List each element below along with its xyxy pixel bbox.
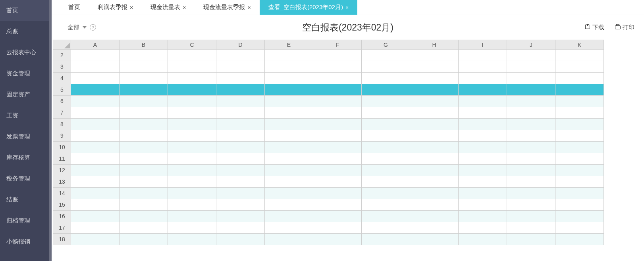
close-icon[interactable]: ×	[130, 4, 133, 11]
cell-H7[interactable]	[410, 107, 459, 119]
cell-C16[interactable]	[168, 211, 216, 222]
cell-H8[interactable]	[410, 119, 459, 130]
cell-A2[interactable]	[71, 50, 120, 61]
cell-H14[interactable]	[410, 188, 459, 199]
cell-K15[interactable]	[555, 199, 604, 211]
cell-C12[interactable]	[168, 165, 216, 176]
cell-K10[interactable]	[555, 142, 604, 153]
cell-E2[interactable]	[265, 50, 313, 61]
cell-F11[interactable]	[313, 153, 362, 165]
cell-F7[interactable]	[313, 107, 362, 119]
cell-A9[interactable]	[71, 130, 120, 142]
sidebar-item-7[interactable]: 库存核算	[0, 147, 52, 168]
cell-A6[interactable]	[71, 96, 120, 107]
cell-A18[interactable]	[71, 234, 120, 245]
cell-K9[interactable]	[555, 130, 604, 142]
cell-E12[interactable]	[265, 165, 313, 176]
cell-F4[interactable]	[313, 73, 362, 84]
cell-K5[interactable]	[555, 84, 604, 96]
cell-G15[interactable]	[362, 199, 410, 211]
cell-B9[interactable]	[120, 130, 168, 142]
tab-3[interactable]: 现金流量表季报×	[195, 0, 259, 15]
cell-J5[interactable]	[507, 84, 555, 96]
row-header-8[interactable]: 8	[53, 119, 71, 130]
close-icon[interactable]: ×	[247, 4, 251, 11]
cell-H17[interactable]	[410, 222, 459, 234]
cell-E5[interactable]	[265, 84, 313, 96]
cell-F12[interactable]	[313, 165, 362, 176]
cell-F3[interactable]	[313, 61, 362, 73]
cell-E11[interactable]	[265, 153, 313, 165]
sidebar-item-3[interactable]: 资金管理	[0, 63, 52, 84]
cell-I2[interactable]	[459, 50, 507, 61]
cell-J15[interactable]	[507, 199, 555, 211]
cell-J17[interactable]	[507, 222, 555, 234]
cell-E7[interactable]	[265, 107, 313, 119]
cell-I15[interactable]	[459, 199, 507, 211]
cell-G14[interactable]	[362, 188, 410, 199]
column-header-B[interactable]: B	[120, 40, 168, 50]
cell-F8[interactable]	[313, 119, 362, 130]
cell-G7[interactable]	[362, 107, 410, 119]
row-header-15[interactable]: 15	[53, 199, 71, 211]
cell-G12[interactable]	[362, 165, 410, 176]
cell-A7[interactable]	[71, 107, 120, 119]
row-header-10[interactable]: 10	[53, 142, 71, 153]
cell-K13[interactable]	[555, 176, 604, 188]
column-header-J[interactable]: J	[507, 40, 555, 50]
cell-G18[interactable]	[362, 234, 410, 245]
cell-D5[interactable]	[216, 84, 265, 96]
cell-D13[interactable]	[216, 176, 265, 188]
cell-D3[interactable]	[216, 61, 265, 73]
cell-F10[interactable]	[313, 142, 362, 153]
cell-J13[interactable]	[507, 176, 555, 188]
cell-F16[interactable]	[313, 211, 362, 222]
row-header-18[interactable]: 18	[53, 234, 71, 245]
cell-B6[interactable]	[120, 96, 168, 107]
cell-D11[interactable]	[216, 153, 265, 165]
row-header-7[interactable]: 7	[53, 107, 71, 119]
cell-H4[interactable]	[410, 73, 459, 84]
row-header-2[interactable]: 2	[53, 50, 71, 61]
cell-B15[interactable]	[120, 199, 168, 211]
row-header-13[interactable]: 13	[53, 176, 71, 188]
sidebar-item-6[interactable]: 发票管理	[0, 126, 52, 147]
cell-A5[interactable]	[71, 84, 120, 96]
cell-F15[interactable]	[313, 199, 362, 211]
cell-A12[interactable]	[71, 165, 120, 176]
cell-E9[interactable]	[265, 130, 313, 142]
cell-B16[interactable]	[120, 211, 168, 222]
row-header-4[interactable]: 4	[53, 73, 71, 84]
cell-H5[interactable]	[410, 84, 459, 96]
cell-B13[interactable]	[120, 176, 168, 188]
cell-D14[interactable]	[216, 188, 265, 199]
cell-J2[interactable]	[507, 50, 555, 61]
cell-I7[interactable]	[459, 107, 507, 119]
cell-F6[interactable]	[313, 96, 362, 107]
cell-C9[interactable]	[168, 130, 216, 142]
cell-F17[interactable]	[313, 222, 362, 234]
cell-E14[interactable]	[265, 188, 313, 199]
cell-H10[interactable]	[410, 142, 459, 153]
cell-A10[interactable]	[71, 142, 120, 153]
cell-H12[interactable]	[410, 165, 459, 176]
cell-J7[interactable]	[507, 107, 555, 119]
cell-J18[interactable]	[507, 234, 555, 245]
cell-F5[interactable]	[313, 84, 362, 96]
cell-G6[interactable]	[362, 96, 410, 107]
cell-H16[interactable]	[410, 211, 459, 222]
cell-J3[interactable]	[507, 61, 555, 73]
cell-C7[interactable]	[168, 107, 216, 119]
cell-K4[interactable]	[555, 73, 604, 84]
row-header-14[interactable]: 14	[53, 188, 71, 199]
cell-H13[interactable]	[410, 176, 459, 188]
cell-G2[interactable]	[362, 50, 410, 61]
cell-G3[interactable]	[362, 61, 410, 73]
cell-D18[interactable]	[216, 234, 265, 245]
cell-H3[interactable]	[410, 61, 459, 73]
cell-B18[interactable]	[120, 234, 168, 245]
cell-J16[interactable]	[507, 211, 555, 222]
cell-H15[interactable]	[410, 199, 459, 211]
sidebar-item-1[interactable]: 总账	[0, 21, 52, 42]
tab-0[interactable]: 首页	[60, 0, 89, 15]
